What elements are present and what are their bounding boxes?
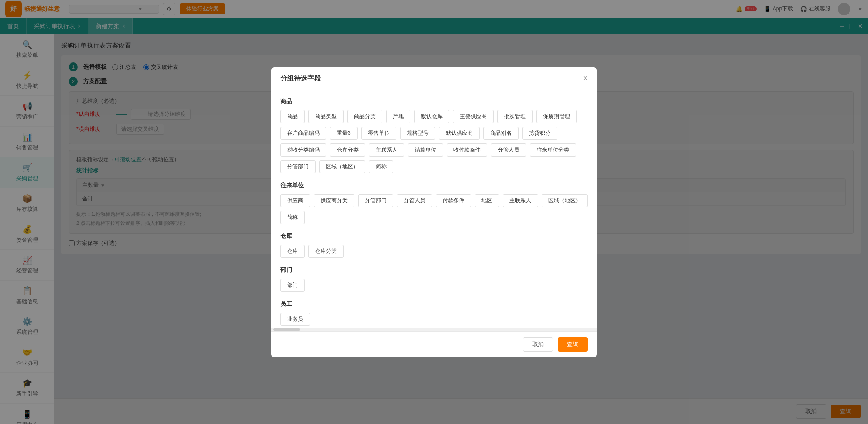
scroll-thumb[interactable]	[273, 328, 300, 331]
field-tag[interactable]: 客户商品编码	[280, 127, 326, 140]
field-tag[interactable]: 主联系人	[369, 143, 404, 157]
field-tag[interactable]: 商品分类	[347, 110, 382, 123]
field-tag[interactable]: 供应商	[280, 194, 310, 207]
field-tag[interactable]: 保质期管理	[536, 110, 577, 123]
field-tag[interactable]: 区域（地区）	[319, 160, 365, 173]
field-tag[interactable]: 默认仓库	[414, 110, 449, 123]
field-group-goods: 商品 商品 商品类型 商品分类 产地 默认仓库 主要供应商 批次管理 保质期管理…	[280, 97, 588, 173]
partner-field-tags: 供应商 供应商分类 分管部门 分管人员 付款条件 地区 主联系人 区域（地区） …	[280, 194, 588, 224]
group-title-warehouse: 仓库	[280, 232, 588, 240]
field-tag[interactable]: 部门	[280, 279, 305, 292]
field-tag[interactable]: 商品	[280, 110, 305, 123]
field-tag[interactable]: 产地	[386, 110, 410, 123]
modal-confirm-button[interactable]: 查询	[558, 337, 588, 352]
goods-field-tags: 商品 商品类型 商品分类 产地 默认仓库 主要供应商 批次管理 保质期管理 客户…	[280, 110, 588, 173]
field-tag[interactable]: 往来单位分类	[530, 143, 576, 157]
horizontal-scrollbar[interactable]	[271, 328, 597, 331]
field-tag[interactable]: 默认供应商	[439, 127, 480, 140]
field-tag[interactable]: 零售单位	[361, 127, 396, 140]
field-tag[interactable]: 结算单位	[408, 143, 443, 157]
field-tag[interactable]: 分管部门	[358, 194, 393, 207]
field-tag[interactable]: 地区	[475, 194, 499, 207]
field-tag[interactable]: 主联系人	[503, 194, 538, 207]
modal-header: 分组待选字段 ×	[271, 67, 597, 90]
field-tag[interactable]: 主要供应商	[453, 110, 494, 123]
field-tag[interactable]: 供应商分类	[314, 194, 354, 207]
modal-overlay: 分组待选字段 × 商品 商品 商品类型 商品分类 产地 默认仓库 主要供应商 批…	[0, 0, 868, 424]
modal-dialog: 分组待选字段 × 商品 商品 商品类型 商品分类 产地 默认仓库 主要供应商 批…	[271, 67, 597, 357]
field-group-partner: 往来单位 供应商 供应商分类 分管部门 分管人员 付款条件 地区 主联系人 区域…	[280, 181, 588, 224]
field-tag[interactable]: 简称	[280, 211, 305, 224]
field-tag[interactable]: 商品类型	[308, 110, 344, 123]
group-title-partner: 往来单位	[280, 181, 588, 190]
field-tag[interactable]: 税收分类编码	[280, 143, 326, 157]
modal-cancel-button[interactable]: 取消	[523, 337, 553, 352]
group-title-goods: 商品	[280, 97, 588, 105]
field-group-dept: 部门 部门	[280, 266, 588, 292]
group-title-dept: 部门	[280, 266, 588, 274]
group-title-employee: 员工	[280, 300, 588, 308]
field-tag[interactable]: 仓库分类	[308, 245, 344, 258]
employee-field-tags: 业务员	[280, 313, 588, 326]
field-tag[interactable]: 分管人员	[397, 194, 432, 207]
modal-close-button[interactable]: ×	[583, 74, 588, 83]
field-tag[interactable]: 规格型号	[400, 127, 435, 140]
field-tag[interactable]: 业务员	[280, 313, 310, 326]
field-tag[interactable]: 商品别名	[483, 127, 519, 140]
field-tag[interactable]: 分管人员	[491, 143, 526, 157]
field-tag[interactable]: 拣货积分	[522, 127, 557, 140]
field-tag[interactable]: 仓库	[280, 245, 305, 258]
field-group-employee: 员工 业务员	[280, 300, 588, 326]
field-tag[interactable]: 批次管理	[497, 110, 533, 123]
warehouse-field-tags: 仓库 仓库分类	[280, 245, 588, 258]
field-tag[interactable]: 付款条件	[436, 194, 471, 207]
field-tag[interactable]: 重量3	[330, 127, 358, 140]
modal-footer: 取消 查询	[271, 331, 597, 357]
field-tag[interactable]: 仓库分类	[330, 143, 365, 157]
dept-field-tags: 部门	[280, 279, 588, 292]
field-tag[interactable]: 分管部门	[280, 160, 316, 173]
modal-title: 分组待选字段	[280, 74, 321, 83]
field-tag[interactable]: 收付款条件	[447, 143, 487, 157]
field-tag[interactable]: 区域（地区）	[542, 194, 588, 207]
modal-body: 商品 商品 商品类型 商品分类 产地 默认仓库 主要供应商 批次管理 保质期管理…	[271, 90, 597, 328]
field-tag[interactable]: 简称	[369, 160, 393, 173]
field-group-warehouse: 仓库 仓库 仓库分类	[280, 232, 588, 258]
